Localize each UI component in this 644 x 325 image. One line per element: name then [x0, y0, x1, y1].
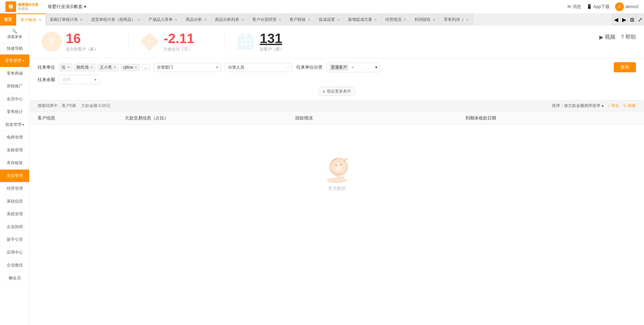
sidebar-search[interactable]: 🔍 搜索菜单 — [0, 26, 29, 43]
person-select[interactable]: 分管人员 ··· — [225, 63, 292, 72]
stat-divider-2 — [224, 32, 225, 52]
remainder-filter-label: 往来余额 — [38, 77, 55, 83]
dept-select-arrow-icon: ▾ — [216, 65, 218, 70]
tab-close-icon[interactable]: ✕ — [278, 18, 281, 22]
sidebar-item-enterprise-cooperation[interactable]: 企业协同 — [0, 221, 29, 233]
result-bar: 搜索结果中，客户0家 欠款金额 0.00元 排序：按欠款金额倒序排序 ▾ ↑ 导… — [30, 100, 644, 112]
sidebar-item-basic-info[interactable]: 基础信息 — [0, 195, 29, 208]
tab-operation-status[interactable]: 经营情况 ✕ — [381, 13, 411, 26]
tab-close-icon[interactable]: ✕ — [466, 18, 469, 22]
collapse-button[interactable]: ∧ 收起更多条件 — [318, 87, 355, 96]
sidebar-item-capital-management[interactable]: 资金管理 — [0, 170, 29, 182]
sidebar-item-ecommerce-management[interactable]: 电商管理 — [0, 131, 29, 144]
sort-button[interactable]: 排序：按欠款金额倒序排序 ▾ — [552, 103, 604, 109]
workspace-selector[interactable]: 母婴行业演示帐套 ▾ — [48, 4, 86, 10]
tab-expand-button[interactable]: ⊞ — [628, 13, 636, 26]
tab-close-icon[interactable]: ✕ — [80, 18, 83, 22]
remainder-select[interactable]: 选择... ▾ — [59, 75, 99, 84]
svg-point-13 — [327, 178, 347, 183]
category-select[interactable]: 普通客户 ✕ ▾ — [327, 63, 380, 72]
tab-customer-segmentation[interactable]: 客户分层经营 ✕ — [248, 13, 286, 26]
tag-close-icon[interactable]: ✕ — [113, 65, 116, 70]
username: demo2 — [625, 4, 639, 9]
tab-close-icon[interactable]: ✕ — [204, 18, 207, 22]
sidebar-item-member-center[interactable]: 会员中心 — [0, 93, 29, 106]
building-icon — [235, 31, 256, 52]
main-layout: 🔍 搜索菜单 快捷导航 零售管理 ▾ 零售商城 营销推广 会员中心 零售统计 批… — [0, 26, 644, 325]
tab-product-entry[interactable]: 产成品入库单 ✕ — [144, 13, 182, 26]
filter-tag-chen-label: 陈民强 — [77, 65, 89, 70]
sidebar-item-purchase-management[interactable]: 采购管理 — [0, 144, 29, 157]
sidebar-item-marketing[interactable]: 营销推广 — [0, 80, 29, 93]
tab-close-icon[interactable]: ✕ — [241, 18, 244, 22]
tab-home[interactable]: 首页 — [0, 13, 16, 26]
stat-block-1: ¥ 16 总欠款客户（家） — [38, 31, 118, 52]
sidebar-item-app-center[interactable]: 应用中心 — [0, 246, 29, 259]
sort-label: 排序：按欠款金额倒序排序 — [552, 103, 600, 109]
tab-fullscreen-button[interactable]: ⤢ — [636, 13, 644, 26]
sidebar-quick-nav[interactable]: 快捷导航 — [0, 43, 29, 55]
tab-goods-analysis-list[interactable]: 商品分析列表 ✕ — [211, 13, 248, 26]
tab-inventory-stats[interactable]: 进货单统计表（按商品） ✕ — [87, 13, 144, 26]
chevron-down-icon: ▾ — [22, 123, 24, 127]
app-download-button[interactable]: 📱 App下载 — [587, 4, 610, 10]
sidebar-item-operation-management[interactable]: 经营管理 — [0, 182, 29, 195]
stat-divider-1 — [128, 32, 129, 52]
sidebar-item-member[interactable]: 畅会员 — [0, 272, 29, 285]
sidebar-item-retail-mall[interactable]: 零售商城 — [0, 67, 29, 80]
tab-prev-button[interactable]: ◀ — [612, 13, 620, 26]
logo-icon: 畅 — [5, 1, 16, 12]
refresh-button[interactable]: ↻ 刷新 — [623, 103, 636, 109]
export-button[interactable]: ↑ 导出 — [608, 103, 619, 109]
help-button[interactable]: ? 帮助 — [621, 34, 636, 41]
tab-close-icon[interactable]: ✕ — [39, 18, 41, 22]
tab-close-icon[interactable]: ✕ — [337, 18, 340, 22]
tab-customer-accounts-label: 客户账本 — [20, 17, 37, 23]
filter-tag-chen[interactable]: 陈民强 ✕ — [74, 64, 95, 71]
tab-bar-actions: ◀ ▶ ⊞ ⤢ — [612, 13, 644, 26]
tab-goods-analysis-list-label: 商品分析列表 — [215, 17, 239, 23]
dept-select[interactable]: 分管部门 ▾ — [154, 63, 221, 72]
sidebar-item-inventory-check[interactable]: 库存核算 — [0, 157, 29, 170]
message-button[interactable]: ✉ 消息 — [567, 4, 581, 10]
tab-close-icon[interactable]: ✕ — [308, 18, 310, 22]
category-filter-label: 往来单位分类 — [296, 64, 323, 70]
user-profile[interactable]: D demo2 — [615, 2, 639, 11]
tab-bar: 首页 客户账本 ✕ 采购订单统计表 ✕ 进货单统计表（按商品） ✕ 产成品入库单… — [0, 13, 644, 26]
tab-retail-profit[interactable]: 零售利润（ ✕ — [440, 13, 473, 26]
filter-tag-wu[interactable]: 伍 ✕ — [59, 64, 72, 71]
tag-close-icon[interactable]: ✕ — [134, 65, 137, 70]
query-button[interactable]: 查询 — [614, 62, 636, 72]
tab-profit-report[interactable]: 利润报告 ✕ — [411, 13, 440, 26]
tab-close-icon[interactable]: ✕ — [374, 18, 377, 22]
tab-close-icon[interactable]: ✕ — [403, 18, 406, 22]
tab-next-button[interactable]: ▶ — [620, 13, 628, 26]
tab-close-icon[interactable]: ✕ — [433, 18, 435, 22]
tab-purchase-order-stats[interactable]: 采购订单统计表 ✕ — [46, 13, 87, 26]
sidebar-item-wholesale-management[interactable]: 批发管理 ▾ — [0, 118, 29, 131]
sidebar-item-retail-stats[interactable]: 零售统计 — [0, 106, 29, 118]
sidebar-item-retail-management[interactable]: 零售管理 ▾ — [0, 55, 29, 67]
category-tag-close[interactable]: ✕ — [351, 65, 354, 70]
logo-title: 畅捷通好生意 — [18, 3, 38, 7]
tag-close-icon[interactable]: ✕ — [90, 65, 93, 70]
tab-close-icon[interactable]: ✕ — [137, 18, 140, 22]
tab-close-icon[interactable]: ✕ — [175, 18, 177, 22]
sidebar-item-system-management[interactable]: 系统管理 — [0, 208, 29, 221]
sidebar-retail-stats-label: 零售统计 — [7, 109, 23, 114]
video-button[interactable]: ▶ 视频 — [599, 34, 615, 41]
filter-tag-wang[interactable]: 王小亮 ✕ — [97, 64, 119, 71]
tag-close-icon[interactable]: ✕ — [67, 65, 70, 70]
sidebar-item-new-user-guide[interactable]: 新手引导 — [0, 233, 29, 246]
tab-new-promotion-plan[interactable]: 新增提成方案 ✕ — [344, 13, 381, 26]
sidebar-item-enterprise-wechat[interactable]: 企业微信 — [0, 259, 29, 272]
tab-customer-accounts[interactable]: 客户账本 ✕ — [16, 13, 46, 26]
filter-tag-cjttcw[interactable]: cjttcw ✕ — [121, 64, 140, 71]
video-label: 视频 — [605, 34, 615, 41]
stat-block-2: ✦ -2.11 欠款合计（万） — [139, 31, 214, 52]
filter-tag-wu-label: 伍 — [61, 65, 66, 70]
tab-promotion-settings[interactable]: 提成设置 ✕ — [315, 13, 344, 26]
tab-customer-contact[interactable]: 客户联络 ✕ — [286, 13, 315, 26]
tab-goods-analysis[interactable]: 商品分析 ✕ — [182, 13, 211, 26]
filter-tag-more[interactable]: ... — [142, 64, 150, 71]
